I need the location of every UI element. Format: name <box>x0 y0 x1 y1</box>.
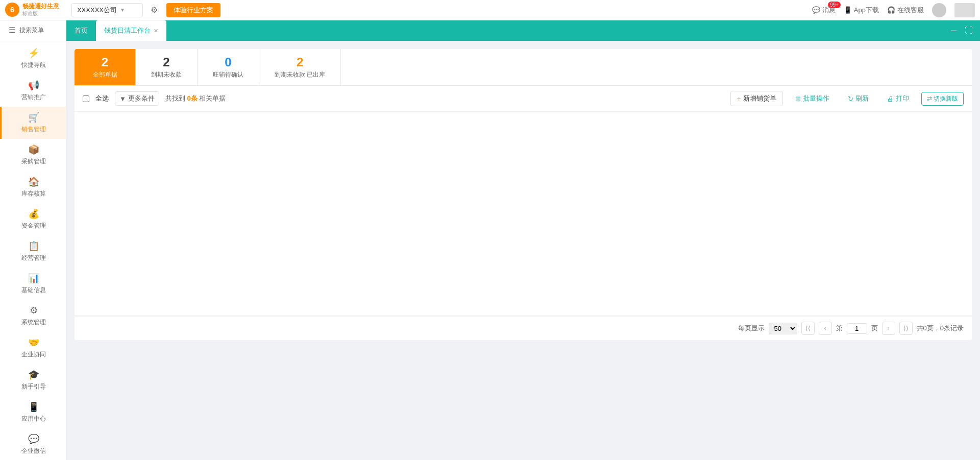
settings-icon[interactable]: ⚙ <box>147 3 161 17</box>
plus-icon: + <box>737 95 741 103</box>
sidebar-icon-13: 💬 <box>28 433 39 445</box>
sidebar-label-13: 企业微信 <box>21 447 46 455</box>
print-icon: 🖨 <box>887 95 894 103</box>
refresh-button[interactable]: ↻ 刷新 <box>842 91 875 106</box>
batch-icon: ⊞ <box>795 95 801 103</box>
sidebar-item-企业微信[interactable]: 💬企业微信 <box>0 428 66 460</box>
sidebar-icon-2: 📢 <box>28 80 39 91</box>
prev-page-button[interactable]: ‹ <box>819 322 832 335</box>
sidebar-item-系统管理[interactable]: ⚙系统管理 <box>0 300 66 332</box>
add-sale-order-button[interactable]: + 新增销货单 <box>730 91 783 106</box>
app-download-button[interactable]: 📱 App下载 <box>844 6 879 15</box>
tab-0[interactable]: 首页 <box>66 20 96 41</box>
page-number-input[interactable] <box>847 323 867 334</box>
batch-label: 批量操作 <box>803 94 829 103</box>
stat-tab-1[interactable]: 2到期未收款 <box>136 49 198 85</box>
filter-button[interactable]: ▼ 更多条件 <box>115 91 159 106</box>
stat-label-0: 全部单据 <box>93 70 117 79</box>
sidebar-item-快捷导航[interactable]: ⚡快捷导航 <box>0 42 66 75</box>
sidebar-icon-4: 📦 <box>28 144 39 155</box>
message-button[interactable]: 💬 消息 99+ <box>812 6 836 15</box>
service-icon: 🎧 <box>887 6 895 14</box>
last-page-button[interactable]: ⟩⟩ <box>899 322 913 335</box>
top-header: 6 畅捷通好生意 标准版 XXXXXX公司 ▼ ⚙ 体验行业方案 💬 消息 99… <box>0 0 980 20</box>
toolbar-left: 全选 ▼ 更多条件 共找到 0条 相关单据 <box>83 91 724 106</box>
sidebar-item-基础信息[interactable]: 📊基础信息 <box>0 268 66 300</box>
refresh-label: 刷新 <box>855 94 869 103</box>
tab-label-0: 首页 <box>75 26 88 35</box>
filter-label: 更多条件 <box>128 94 155 103</box>
header-right: 💬 消息 99+ 📱 App下载 🎧 在线客服 <box>812 3 975 17</box>
trial-button[interactable]: 体验行业方案 <box>166 3 220 17</box>
add-btn-label: 新增销货单 <box>743 94 776 103</box>
stat-tab-0[interactable]: 2全部单据 <box>75 49 136 85</box>
sidebar-item-经营管理[interactable]: 📋经营管理 <box>0 235 66 268</box>
sidebar-item-采购管理[interactable]: 📦采购管理 <box>0 139 66 171</box>
logo-icon: 6 <box>5 3 19 17</box>
next-page-button[interactable]: › <box>882 322 895 335</box>
switch-version-button[interactable]: ⇄ 切换新版 <box>921 92 964 106</box>
per-page-select[interactable]: 50 100 200 <box>769 323 797 334</box>
sidebar-label-12: 应用中心 <box>21 415 46 423</box>
logo-text: 畅捷通好生意 <box>22 3 59 10</box>
avatar[interactable] <box>932 3 946 17</box>
main-content: 2全部单据2到期未收款0旺辅待确认2到期未收款 已出库 全选 ▼ 更多条件 共找… <box>66 41 980 460</box>
sidebar-item-销售管理[interactable]: 🛒销售管理 <box>0 107 66 139</box>
sidebar-label-8: 基础信息 <box>21 286 46 295</box>
stat-count-3: 2 <box>297 55 303 69</box>
sidebar-icon-9: ⚙ <box>30 305 38 316</box>
sidebar-item-搜索菜单[interactable]: ☰搜索菜单 <box>0 20 66 40</box>
per-page-label: 每页显示 <box>738 324 765 333</box>
logo-area: 6 畅捷通好生意 标准版 <box>5 3 71 17</box>
refresh-icon: ↻ <box>848 95 853 103</box>
select-all-checkbox[interactable] <box>83 95 89 102</box>
sidebar-label-2: 营销推广 <box>21 93 46 102</box>
tab-maximize-button[interactable]: ⛶ <box>963 25 975 36</box>
stat-tab-3[interactable]: 2到期未收款 已出库 <box>259 49 341 85</box>
stat-tab-2[interactable]: 0旺辅待确认 <box>198 49 259 85</box>
sidebar-icon-10: 🤝 <box>28 337 39 348</box>
batch-operation-button[interactable]: ⊞ 批量操作 <box>789 91 836 106</box>
logo-sub: 标准版 <box>22 10 59 17</box>
toolbar: 全选 ▼ 更多条件 共找到 0条 相关单据 + 新增销货单 ⊞ <box>75 86 972 112</box>
sidebar-icon-3: 🛒 <box>28 112 39 123</box>
sidebar-label-10: 企业协同 <box>21 350 46 359</box>
avatar-image <box>932 3 946 17</box>
result-text: 共找到 0条 相关单据 <box>165 94 226 103</box>
sidebar-item-资金管理[interactable]: 💰资金管理 <box>0 203 66 235</box>
sidebar-label-4: 采购管理 <box>21 157 46 166</box>
tab-1[interactable]: 钱货日清工作台✕ <box>96 20 166 41</box>
toolbar-right: + 新增销货单 ⊞ 批量操作 ↻ 刷新 🖨 打印 ⇄ 切换新版 <box>730 91 964 106</box>
sidebar-icon-12: 📱 <box>28 401 39 413</box>
print-label: 打印 <box>896 94 909 103</box>
tab-label-1: 钱货日清工作台 <box>104 26 151 35</box>
tab-minimize-button[interactable]: ─ <box>949 25 959 36</box>
switch-label: 切换新版 <box>934 95 958 102</box>
result-count: 0条 <box>187 94 198 102</box>
stat-label-2: 旺辅待确认 <box>213 70 243 79</box>
tab-close-1[interactable]: ✕ <box>154 28 158 34</box>
page-label: 第 <box>836 324 843 333</box>
sidebar-icon-6: 💰 <box>28 208 39 220</box>
sidebar-item-库存核算[interactable]: 🏠库存核算 <box>0 171 66 203</box>
sidebar-label-11: 新手引导 <box>21 382 46 391</box>
sidebar-item-新手引导[interactable]: 🎓新手引导 <box>0 364 66 396</box>
app-download-label: App下载 <box>854 6 879 15</box>
stat-label-1: 到期未收款 <box>151 70 182 79</box>
first-page-button[interactable]: ⟨⟨ <box>801 322 815 335</box>
sidebar-item-营销推广[interactable]: 📢营销推广 <box>0 75 66 107</box>
sidebar-icon-8: 📊 <box>28 273 39 284</box>
stats-tabs: 2全部单据2到期未收款0旺辅待确认2到期未收款 已出库 <box>75 49 972 86</box>
stat-label-3: 到期未收款 已出库 <box>275 70 325 79</box>
company-selector[interactable]: XXXXXX公司 ▼ <box>71 3 143 17</box>
total-info: 共0页，0条记录 <box>917 324 964 333</box>
sidebar-item-企业协同[interactable]: 🤝企业协同 <box>0 332 66 364</box>
chevron-down-icon: ▼ <box>120 7 125 13</box>
stat-count-2: 0 <box>225 55 231 69</box>
sidebar-item-应用中心[interactable]: 📱应用中心 <box>0 396 66 428</box>
download-icon: 📱 <box>844 6 852 14</box>
stat-count-0: 2 <box>102 55 108 69</box>
print-button[interactable]: 🖨 打印 <box>881 91 915 106</box>
online-service-button[interactable]: 🎧 在线客服 <box>887 6 924 15</box>
sidebar-label-3: 销售管理 <box>21 125 46 134</box>
